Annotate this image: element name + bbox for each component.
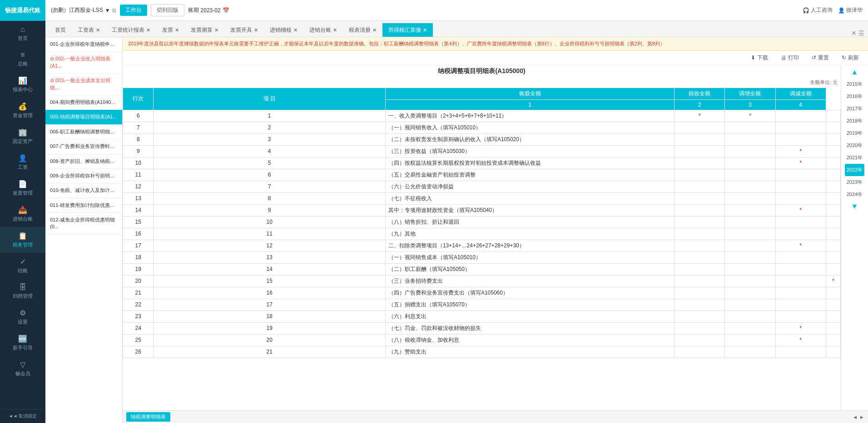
close-all-icon[interactable]: ✕ — [851, 30, 857, 37]
close-tab-purchase_check[interactable]: ✕ — [293, 27, 298, 33]
cell-c1[interactable] — [675, 263, 725, 275]
cell-c4[interactable] — [826, 251, 840, 263]
left-panel-item-010[interactable]: 010-免税、减计收入及加计... — [45, 183, 122, 198]
cell-c2[interactable] — [725, 122, 775, 133]
cell-c4[interactable] — [826, 322, 840, 334]
cell-c4[interactable] — [826, 181, 840, 192]
cell-c3[interactable] — [775, 169, 826, 181]
cell-c2[interactable] — [725, 204, 775, 216]
cell-c4[interactable] — [826, 169, 840, 181]
cell-c2[interactable] — [725, 240, 775, 251]
sidebar-item-settings[interactable]: ⚙设置 — [0, 304, 45, 330]
year-down-button[interactable]: ▼ — [850, 202, 859, 212]
year-item-2020[interactable]: 2020年 — [845, 139, 864, 152]
cell-c4[interactable] — [826, 346, 840, 358]
cell-c3[interactable]: * — [775, 322, 826, 334]
cell-c2[interactable] — [725, 169, 775, 181]
support-link[interactable]: 🎧 人工咨询 — [803, 6, 833, 14]
year-item-2018[interactable]: 2018年 — [845, 115, 864, 127]
cell-c4[interactable] — [826, 157, 840, 169]
sidebar-item-archive[interactable]: 🗄归档管理 — [0, 279, 45, 304]
left-panel-item-006[interactable]: 006-职工薪酬纳税调整明细... — [45, 125, 122, 139]
unpin-button[interactable]: ◄◄ 取消固定 — [0, 409, 45, 423]
tab-income_tax[interactable]: 所得税汇算缴✕ — [382, 23, 433, 37]
cell-c2[interactable] — [725, 334, 775, 346]
left-panel-item-005[interactable]: 005-纳税调整项目明细表(A1... — [45, 110, 122, 124]
cell-c2[interactable] — [725, 263, 775, 275]
cell-c1[interactable] — [675, 216, 725, 228]
refresh-button[interactable]: ↻ 刷新 — [838, 53, 863, 63]
cell-c3[interactable] — [775, 228, 826, 240]
cell-c1[interactable] — [675, 240, 725, 251]
cell-c1[interactable] — [675, 346, 725, 358]
cell-c3[interactable] — [775, 310, 826, 322]
cell-c3[interactable] — [775, 181, 826, 192]
sidebar-item-guide[interactable]: 🆕新手引导 — [0, 330, 45, 356]
cell-c1[interactable] — [675, 192, 725, 204]
close-tab-tax_clearance[interactable]: ✕ — [372, 27, 377, 33]
cell-c2[interactable] — [725, 310, 775, 322]
cell-c3[interactable] — [775, 346, 826, 358]
cell-c4[interactable] — [826, 263, 840, 275]
copy-icon[interactable]: ⧉ — [112, 7, 116, 14]
cell-c3[interactable]: * — [775, 240, 826, 251]
cell-c3[interactable] — [775, 299, 826, 310]
cell-c2[interactable]: * — [725, 110, 775, 122]
cell-c1[interactable] — [675, 157, 725, 169]
tab-tax_clearance[interactable]: 税表清册✕ — [343, 23, 382, 37]
calendar-icon[interactable]: 📅 — [223, 7, 229, 14]
sidebar-item-capital[interactable]: 💰资金管理 — [0, 98, 45, 123]
sidebar-item-salary[interactable]: 👤工资 — [0, 149, 45, 175]
sheet-tab[interactable]: 纳税调整明细表 — [126, 412, 170, 422]
cell-c3[interactable] — [775, 251, 826, 263]
sidebar-item-fixed[interactable]: 🏢固定资产 — [0, 123, 45, 149]
left-panel-item-009[interactable]: 009-企业所得税弥补亏损明... — [45, 169, 122, 183]
tab-purchase_ledger[interactable]: 进销台账✕ — [303, 23, 343, 37]
cell-c2[interactable] — [725, 192, 775, 204]
cell-c2[interactable] — [725, 157, 775, 169]
cell-c1[interactable] — [675, 181, 725, 192]
sidebar-item-tax[interactable]: 📋税务管理 — [0, 227, 45, 253]
cell-c4[interactable] — [826, 133, 840, 145]
sidebar-item-ledger[interactable]: ≡总账 — [0, 46, 45, 72]
cell-c3[interactable] — [775, 133, 826, 145]
cell-c4[interactable] — [826, 240, 840, 251]
cell-c1[interactable] — [675, 287, 725, 299]
cell-c2[interactable] — [725, 287, 775, 299]
cell-c3[interactable]: * — [775, 145, 826, 157]
cell-c2[interactable] — [725, 181, 775, 192]
close-tab-salary_stat[interactable]: ✕ — [146, 27, 150, 33]
download-button[interactable]: ⬇ 下载 — [747, 53, 772, 63]
cell-c2[interactable] — [725, 275, 775, 287]
left-panel-item-001[interactable]: 001-企业所得税年度纳税申... — [45, 37, 122, 52]
workbench-button[interactable]: 工作台 — [120, 5, 147, 16]
cell-c3[interactable] — [775, 216, 826, 228]
close-tab-invoice[interactable]: ✕ — [175, 27, 179, 33]
left-panel-item-004[interactable]: 004-期间费用明细表(A1040... — [45, 95, 122, 110]
cell-c1[interactable] — [675, 204, 725, 216]
cell-c3[interactable]: * — [775, 334, 826, 346]
left-panel-item-002[interactable]: ⊘ 002-一般企业收入明细表(A1... — [45, 52, 122, 74]
cell-c2[interactable] — [725, 228, 775, 240]
cell-c3[interactable] — [775, 287, 826, 299]
tab-salary[interactable]: 工资表✕ — [72, 23, 106, 37]
tab-invoice_open[interactable]: 发票开具✕ — [224, 23, 264, 37]
cell-c1[interactable] — [675, 169, 725, 181]
left-panel-item-007[interactable]: 007-广告费和业务宣传费时... — [45, 139, 122, 154]
sidebar-item-invoice[interactable]: 📄发票管理 — [0, 175, 45, 201]
cell-c4[interactable] — [826, 228, 840, 240]
cell-c1[interactable] — [675, 133, 725, 145]
cell-c4[interactable] — [826, 299, 840, 310]
year-item-2022[interactable]: 2022年 — [845, 164, 864, 176]
left-panel-item-011[interactable]: 011-研发费用加计扣除优惠... — [45, 198, 122, 213]
cell-c1[interactable] — [675, 228, 725, 240]
tab-home[interactable]: 首页 — [49, 23, 72, 37]
cell-c4[interactable] — [826, 287, 840, 299]
cell-c4[interactable] — [826, 192, 840, 204]
cell-c3[interactable] — [775, 192, 826, 204]
scroll-right-icon[interactable]: ► — [859, 414, 864, 420]
cell-c1[interactable] — [675, 122, 725, 133]
cell-c4[interactable] — [826, 110, 840, 122]
year-item-2024[interactable]: 2024年 — [845, 188, 864, 201]
cell-c2[interactable] — [725, 251, 775, 263]
